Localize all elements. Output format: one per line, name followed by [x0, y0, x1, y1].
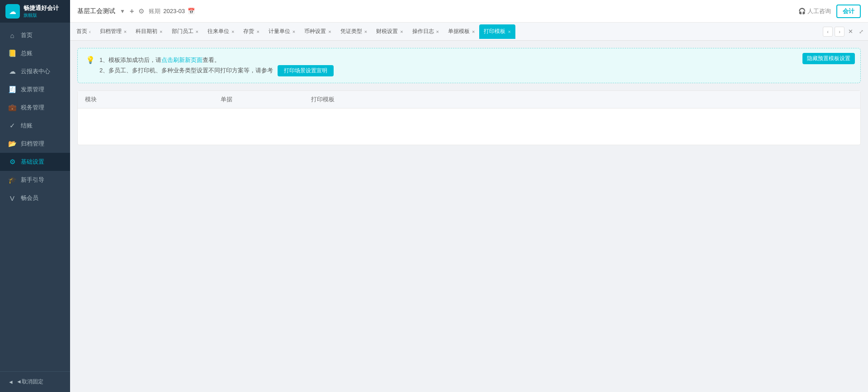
tab-taxset[interactable]: 财税设置×	[372, 24, 407, 39]
notice-line1-suffix: 查看。	[203, 57, 220, 63]
tab-label-single: 单据模板	[448, 28, 470, 35]
tab-single[interactable]: 单据模板×	[443, 24, 479, 39]
headset-icon: 🎧	[798, 8, 806, 14]
tab-label-voucher: 凭证类型	[340, 28, 362, 35]
notice-refresh-link[interactable]: 点击刷新新页面	[161, 57, 203, 63]
sidebar-item-guide[interactable]: 🎓 新手引导	[0, 171, 70, 189]
unpin-button[interactable]: ◄ ◄取消固定	[0, 371, 70, 392]
sidebar-item-home[interactable]: ⌂ 首页	[0, 26, 70, 44]
tab-label-oplog: 操作日志	[412, 28, 434, 35]
tab-label-print: 打印模板	[484, 28, 505, 35]
tab-label-archive: 归档管理	[100, 28, 122, 35]
period-value: 2023-03	[163, 8, 185, 14]
sidebar-label-tax: 税务管理	[21, 104, 44, 112]
sidebar-icon-reports: ☁	[8, 67, 16, 76]
logo-sub: 旗舰版	[24, 12, 59, 19]
sidebar-logo: ☁ 畅捷通好会计 旗舰版	[0, 0, 70, 23]
tab-prev-button[interactable]: ‹	[823, 27, 833, 37]
tab-supplier[interactable]: 往来单位×	[203, 24, 239, 39]
company-name: 基层工会测试	[77, 7, 115, 15]
print-template-table: 模块 单据 打印模板	[77, 90, 861, 145]
tab-archive[interactable]: 归档管理×	[95, 24, 131, 39]
tab-home[interactable]: 首页‹	[72, 24, 95, 39]
tab-close-supplier[interactable]: ×	[231, 29, 234, 34]
print-scene-button[interactable]: 打印场景设置宣明	[278, 65, 334, 76]
tab-close-stock[interactable]: ×	[256, 29, 259, 34]
logo-icon: ☁	[5, 4, 20, 19]
hide-template-settings-button[interactable]: 隐藏预置模板设置	[802, 53, 855, 64]
sidebar-item-reports[interactable]: ☁ 云报表中心	[0, 62, 70, 80]
main-area: 基层工会测试 ▼ + ⚙ 账期 2023-03 📅 🎧 人工咨询 会计 首页‹归…	[70, 0, 868, 392]
tab-label-unit: 计量单位	[269, 28, 290, 35]
tab-label-stock: 存货	[243, 28, 254, 35]
tab-currency[interactable]: 币种设置×	[300, 24, 335, 39]
tab-voucher[interactable]: 凭证类型×	[336, 24, 372, 39]
sidebar-item-checkout[interactable]: ✓ 结账	[0, 117, 70, 135]
company-dropdown-icon[interactable]: ▼	[120, 8, 125, 14]
add-company-button[interactable]: +	[130, 7, 134, 15]
sidebar-label-guide: 新手引导	[21, 176, 44, 184]
tab-oplog[interactable]: 操作日志×	[408, 24, 443, 39]
sidebar-item-settings[interactable]: ⚙ 基础设置	[0, 153, 70, 171]
tab-dept[interactable]: 部门员工×	[167, 24, 203, 39]
tab-subjects[interactable]: 科目期初×	[131, 24, 167, 39]
logo-main: 畅捷通好会计	[24, 4, 59, 12]
sidebar-item-vip[interactable]: V 畅会员	[0, 189, 70, 207]
tab-label-currency: 币种设置	[304, 28, 326, 35]
tab-close-oplog[interactable]: ×	[436, 29, 439, 34]
unpin-label: ◄取消固定	[16, 378, 43, 386]
tab-print[interactable]: 打印模板×	[479, 24, 515, 39]
sidebar: ☁ 畅捷通好会计 旗舰版 ⌂ 首页 📒 总账 ☁ 云报表中心 🧾 发票管理 💼 …	[0, 0, 70, 392]
tab-unit[interactable]: 计量单位×	[264, 24, 300, 39]
sidebar-label-vip: 畅会员	[21, 194, 38, 202]
tab-close-archive[interactable]: ×	[124, 29, 127, 34]
sidebar-icon-tax: 💼	[8, 104, 16, 112]
notice-line1: 1、模板添加成功后，请点击刷新新页面查看。	[99, 55, 334, 65]
sidebar-nav: ⌂ 首页 📒 总账 ☁ 云报表中心 🧾 发票管理 💼 税务管理 ✓ 结账 📂 归…	[0, 23, 70, 371]
calendar-icon[interactable]: 📅	[188, 8, 195, 14]
sidebar-item-ledger[interactable]: 📒 总账	[0, 44, 70, 62]
table-body	[78, 109, 860, 145]
sidebar-item-invoice[interactable]: 🧾 发票管理	[0, 80, 70, 99]
tab-close-subjects[interactable]: ×	[160, 29, 162, 34]
tab-close-all-button[interactable]: ✕	[845, 27, 855, 37]
tab-next-button[interactable]: ›	[835, 27, 844, 37]
sidebar-icon-vip: V	[8, 194, 16, 202]
sidebar-label-invoice: 发票管理	[21, 85, 44, 94]
notice-content: 💡 1、模板添加成功后，请点击刷新新页面查看。 2、多员工、多打印机、多种业务类…	[86, 55, 852, 76]
topbar-right: 🎧 人工咨询 会计	[798, 5, 861, 18]
sidebar-icon-ledger: 📒	[8, 49, 16, 57]
tab-stock[interactable]: 存货×	[239, 24, 264, 39]
tab-label-home: 首页	[76, 28, 87, 35]
topbar: 基层工会测试 ▼ + ⚙ 账期 2023-03 📅 🎧 人工咨询 会计	[70, 0, 868, 23]
tab-label-supplier: 往来单位	[208, 28, 229, 35]
tab-home-nav[interactable]: ‹	[89, 29, 91, 34]
col-single-header: 单据	[221, 95, 311, 104]
sidebar-icon-settings: ⚙	[8, 158, 16, 166]
tab-close-dept[interactable]: ×	[196, 29, 198, 34]
sidebar-icon-archive: 📂	[8, 140, 16, 148]
notice-line2-prefix: 2、多员工、多打印机、多种业务类型设置不同打印方案等，请参考	[99, 67, 273, 74]
tabbar: 首页‹归档管理×科目期初×部门员工×往来单位×存货×计量单位×币种设置×凭证类型…	[70, 23, 868, 41]
tab-close-print[interactable]: ×	[508, 29, 510, 34]
tab-close-unit[interactable]: ×	[292, 29, 295, 34]
notice-line2: 2、多员工、多打印机、多种业务类型设置不同打印方案等，请参考 打印场景设置宣明	[99, 65, 334, 76]
unpin-icon: ◄	[8, 379, 14, 385]
service-label: 人工咨询	[807, 7, 831, 15]
kuaiji-button[interactable]: 会计	[836, 5, 861, 18]
sidebar-item-archive[interactable]: 📂 归档管理	[0, 135, 70, 153]
tab-label-subjects: 科目期初	[136, 28, 157, 35]
service-button[interactable]: 🎧 人工咨询	[798, 7, 831, 15]
settings-icon[interactable]: ⚙	[138, 7, 144, 15]
tab-close-currency[interactable]: ×	[328, 29, 331, 34]
sidebar-label-home: 首页	[21, 31, 33, 39]
tab-close-voucher[interactable]: ×	[364, 29, 367, 34]
col-module-header: 模块	[85, 95, 221, 104]
sidebar-label-checkout: 结账	[21, 122, 33, 130]
sidebar-item-tax[interactable]: 💼 税务管理	[0, 99, 70, 117]
sidebar-label-archive: 归档管理	[21, 140, 44, 148]
tab-close-taxset[interactable]: ×	[400, 29, 403, 34]
tab-expand-button[interactable]: ⤢	[856, 27, 866, 37]
tab-close-single[interactable]: ×	[472, 29, 475, 34]
table-header: 模块 单据 打印模板	[78, 91, 860, 109]
